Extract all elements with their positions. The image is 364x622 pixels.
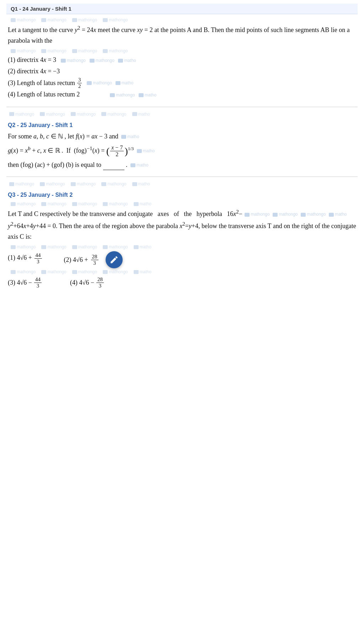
q2-text-2: g(x) = xb + c, x ∈ ℝ . If (fog)−1(x) = (… bbox=[8, 144, 356, 158]
q2-label: Q2 - 25 January - Shift 1 bbox=[8, 122, 356, 128]
page-header: Q1 - 24 January - Shift 1 bbox=[6, 4, 358, 14]
q1-option-1: (1) directrix 4x = 3 mathongo mathongo m… bbox=[8, 54, 356, 66]
q3-option-3: (3) 4√6 − 44 3 bbox=[8, 276, 42, 289]
answer-icon bbox=[109, 255, 119, 264]
q1-options: (1) directrix 4x = 3 mathongo mathongo m… bbox=[8, 54, 356, 100]
watermark-row-5: mathongo mathongo mathongo mathongo math… bbox=[8, 201, 356, 207]
answer-button-inline[interactable] bbox=[106, 251, 123, 268]
watermark-row-3: mathongo mathongo mathongo mathongo math… bbox=[6, 111, 358, 117]
q3-option-2: (2) 4√6 + 28 3 bbox=[64, 251, 123, 268]
q3-option-1: (1) 4√6 + 44 3 bbox=[8, 251, 43, 264]
q3-options-grid: (1) 4√6 + 44 3 (2) 4√6 + 28 3 bbox=[8, 251, 356, 268]
q1-option-4: (4) Length of latus rectum 2 mathongo ma… bbox=[8, 89, 356, 100]
q2-text-1: For some a, b, c ∈ ℕ , let f(x) = ax − 3… bbox=[8, 131, 356, 142]
q1-option-3-text: (3) Length of latus rectum bbox=[8, 78, 75, 89]
q2-text-3: then (fog) (ac) + (gof) (b) is equal to … bbox=[8, 160, 356, 170]
q1-fraction: 3 2 bbox=[77, 77, 82, 89]
q3-option-4: (4) 4√6 − 28 3 bbox=[64, 276, 105, 289]
page-container: Q1 - 24 January - Shift 1 mathongo matho… bbox=[0, 0, 364, 622]
watermark-row-2: mathongo mathongo mathongo mathongo bbox=[8, 48, 356, 54]
watermark-row-6: mathongo mathongo mathongo mathongo math… bbox=[8, 244, 356, 250]
watermark-row-4: mathongo mathongo mathongo mathongo math… bbox=[6, 181, 358, 187]
question-3-section: Q3 - 25 January - Shift 2 mathongo matho… bbox=[6, 192, 358, 289]
question-2-section: Q2 - 25 January - Shift 1 For some a, b,… bbox=[6, 122, 358, 170]
q3-label: Q3 - 25 January - Shift 2 bbox=[8, 192, 356, 198]
divider-1 bbox=[6, 107, 358, 107]
q1-text: Let a tangent to the curve y2 = 24x meet… bbox=[8, 23, 356, 46]
watermark-row-1: mathongo mathongo mathongo mathongo bbox=[8, 17, 356, 23]
q1-option-2: (2) directrix 4x = −3 bbox=[8, 66, 356, 77]
q3-options-grid-2: (3) 4√6 − 44 3 (4) 4√6 − 28 3 bbox=[8, 276, 356, 289]
question-1-section: mathongo mathongo mathongo mathongo Let … bbox=[6, 17, 358, 100]
watermark-row-7: mathongo mathongo mathongo mathongo math… bbox=[8, 269, 356, 275]
header-title: Q1 - 24 January - Shift 1 bbox=[11, 6, 71, 12]
q3-text: Let T and C respectively be the transver… bbox=[8, 207, 356, 242]
q1-option-3: (3) Length of latus rectum 3 2 mathongo … bbox=[8, 77, 356, 89]
divider-2 bbox=[6, 176, 358, 177]
